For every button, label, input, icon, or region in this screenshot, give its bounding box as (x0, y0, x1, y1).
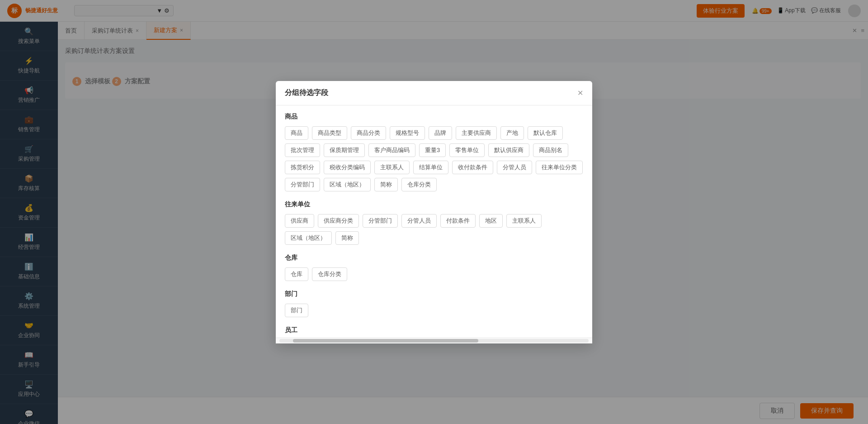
section-department-title: 部门 (285, 290, 583, 298)
section-warehouse-title: 仓库 (285, 254, 583, 262)
section-employee: 员工 业务员 (285, 326, 583, 338)
field-payment-cond[interactable]: 付款条件 (440, 214, 476, 228)
field-partner-short[interactable]: 简称 (335, 231, 359, 245)
field-supplier[interactable]: 供应商 (285, 214, 314, 228)
section-employee-title: 员工 (285, 326, 583, 334)
field-department[interactable]: 部门 (285, 304, 308, 317)
section-partner: 往来单位 供应商 供应商分类 分管部门 分管人员 付款条件 地区 主联系人 区域… (285, 200, 583, 245)
section-warehouse: 仓库 仓库 仓库分类 (285, 254, 583, 281)
field-region[interactable]: 区域（地区） (324, 178, 371, 191)
field-goods-type[interactable]: 商品类型 (312, 126, 347, 140)
dialog-close-icon[interactable]: ✕ (577, 89, 583, 97)
field-partner-region[interactable]: 区域（地区） (285, 231, 332, 245)
field-partner-supervisor[interactable]: 分管人员 (401, 214, 437, 228)
field-warehouse-cat[interactable]: 仓库分类 (401, 178, 437, 191)
field-main-contact[interactable]: 主联系人 (374, 161, 410, 174)
field-goods[interactable]: 商品 (285, 126, 308, 140)
field-goods-alias[interactable]: 商品别名 (533, 143, 568, 157)
field-expiry-mgmt[interactable]: 保质期管理 (324, 143, 365, 157)
goods-field-grid: 商品 商品类型 商品分类 规格型号 品牌 主要供应商 产地 默认仓库 批次管理 … (285, 126, 583, 191)
dialog-body[interactable]: 商品 商品 商品类型 商品分类 规格型号 品牌 主要供应商 产地 默认仓库 批次… (276, 105, 592, 338)
dialog-h-scrollbar[interactable] (276, 338, 592, 343)
dialog: 分组待选字段 ✕ 商品 商品 商品类型 商品分类 规格型号 品牌 主要供应商 产… (276, 81, 592, 343)
field-spec-model[interactable]: 规格型号 (390, 126, 425, 140)
field-warehouse-category[interactable]: 仓库分类 (312, 267, 347, 281)
field-partner-dept[interactable]: 分管部门 (363, 214, 398, 228)
field-biz-category[interactable]: 往来单位分类 (536, 161, 583, 174)
field-default-supplier[interactable]: 默认供应商 (488, 143, 529, 157)
field-brand[interactable]: 品牌 (429, 126, 452, 140)
field-supervisor[interactable]: 分管人员 (497, 161, 532, 174)
field-supplier-cat[interactable]: 供应商分类 (318, 214, 359, 228)
field-default-warehouse[interactable]: 默认仓库 (528, 126, 563, 140)
field-dept[interactable]: 分管部门 (285, 178, 320, 191)
field-batch-mgmt[interactable]: 批次管理 (285, 143, 320, 157)
field-weight3[interactable]: 重量3 (419, 143, 446, 157)
field-area[interactable]: 地区 (479, 214, 503, 228)
section-goods: 商品 商品 商品类型 商品分类 规格型号 品牌 主要供应商 产地 默认仓库 批次… (285, 113, 583, 191)
field-settlement-unit[interactable]: 结算单位 (413, 161, 448, 174)
field-tax-code[interactable]: 税收分类编码 (324, 161, 371, 174)
field-short-name[interactable]: 简称 (374, 178, 398, 191)
section-partner-title: 往来单位 (285, 200, 583, 209)
dialog-header: 分组待选字段 ✕ (276, 81, 592, 105)
field-pick-points[interactable]: 拣货积分 (285, 161, 320, 174)
dept-field-grid: 部门 (285, 304, 583, 317)
field-partner-contact[interactable]: 主联系人 (506, 214, 542, 228)
section-goods-title: 商品 (285, 113, 583, 121)
partner-field-grid: 供应商 供应商分类 分管部门 分管人员 付款条件 地区 主联系人 区域（地区） … (285, 214, 583, 245)
warehouse-field-grid: 仓库 仓库分类 (285, 267, 583, 281)
h-scroll-track[interactable] (279, 339, 589, 343)
dialog-title: 分组待选字段 (285, 88, 328, 98)
section-department: 部门 部门 (285, 290, 583, 317)
field-payment-terms[interactable]: 收付款条件 (452, 161, 493, 174)
field-retail-unit[interactable]: 零售单位 (449, 143, 485, 157)
field-goods-category[interactable]: 商品分类 (351, 126, 386, 140)
dialog-overlay: 分组待选字段 ✕ 商品 商品 商品类型 商品分类 规格型号 品牌 主要供应商 产… (0, 0, 868, 424)
field-customer-code[interactable]: 客户商品编码 (368, 143, 415, 157)
field-warehouse[interactable]: 仓库 (285, 267, 308, 281)
field-main-supplier[interactable]: 主要供应商 (456, 126, 497, 140)
field-origin[interactable]: 产地 (500, 126, 524, 140)
h-scroll-thumb[interactable] (293, 339, 478, 343)
